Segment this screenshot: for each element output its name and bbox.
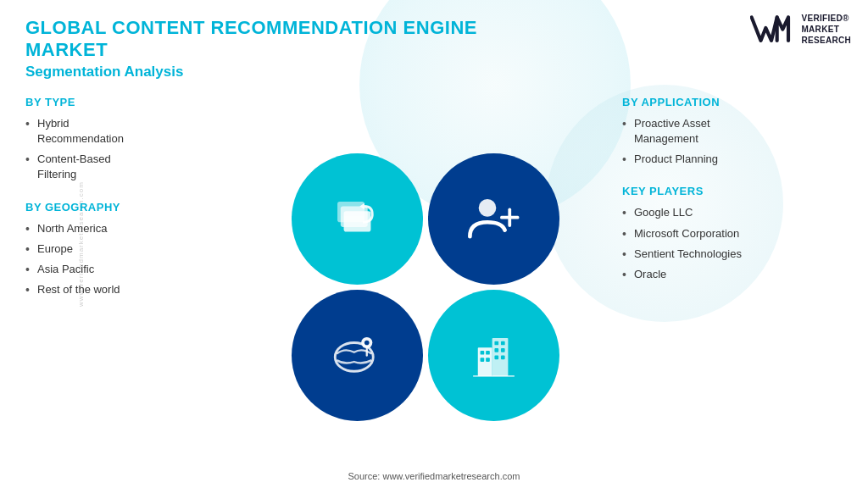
page: www.verifiedmarketresearch.com VERIFIED®… xyxy=(0,0,868,488)
by-application-section: BY APPLICATION Proactive AssetManagement… xyxy=(622,96,843,170)
left-column: BY TYPE HybridRecommendation Content-Bas… xyxy=(17,87,237,488)
title-line1: GLOBAL CONTENT RECOMMENDATION ENGINE xyxy=(25,17,477,38)
title-line2: MARKET xyxy=(25,39,108,60)
quadrant-grid xyxy=(292,153,559,421)
svg-rect-17 xyxy=(501,341,505,346)
svg-rect-13 xyxy=(486,351,490,355)
list-item: Microsoft Corporation xyxy=(622,224,843,244)
list-item: Asia Pacific xyxy=(25,259,229,280)
logo-line3: RESEARCH xyxy=(801,35,851,46)
by-geography-list: North America Europe Asia Pacific Rest o… xyxy=(25,219,229,301)
by-application-label: BY APPLICATION xyxy=(622,96,843,108)
sub-title: Segmentation Analysis xyxy=(25,64,843,80)
svg-rect-18 xyxy=(494,348,498,352)
by-type-list: HybridRecommendation Content-BasedFilter… xyxy=(25,114,229,186)
key-players-section: KEY PLAYERS Google LLC Microsoft Corpora… xyxy=(622,185,843,285)
list-item: Content-BasedFiltering xyxy=(25,149,229,185)
svg-rect-14 xyxy=(481,358,485,363)
quadrant-top-right xyxy=(428,153,559,285)
svg-point-9 xyxy=(364,341,370,346)
svg-rect-12 xyxy=(481,351,485,355)
header: GLOBAL CONTENT RECOMMENDATION ENGINE MAR… xyxy=(0,0,868,87)
svg-rect-10 xyxy=(478,348,492,377)
logo-area: VERIFIED® MARKET RESEARCH xyxy=(750,13,851,46)
by-geography-label: BY GEOGRAPHY xyxy=(25,201,229,214)
key-players-list: Google LLC Microsoft Corporation Sentien… xyxy=(622,202,843,285)
center-column xyxy=(237,87,614,488)
vmr-logo-svg xyxy=(750,14,793,46)
list-item: Google LLC xyxy=(622,202,843,223)
logo-text: VERIFIED® MARKET RESEARCH xyxy=(801,13,851,46)
logo-line2: MARKET xyxy=(801,24,851,35)
quadrant-bottom-left xyxy=(292,290,423,421)
by-application-list: Proactive AssetManagement Product Planni… xyxy=(622,114,843,170)
logo-icon xyxy=(750,14,793,46)
source-line: Source: www.verifiedmarketresearch.com xyxy=(348,471,520,481)
by-type-label: BY TYPE xyxy=(25,96,229,108)
by-geography-section: BY GEOGRAPHY North America Europe Asia P… xyxy=(25,201,229,301)
layers-icon xyxy=(326,187,389,251)
key-players-label: KEY PLAYERS xyxy=(622,185,843,197)
user-add-icon xyxy=(462,187,526,251)
list-item: Sentient Technologies xyxy=(622,244,843,264)
svg-rect-19 xyxy=(501,348,505,352)
list-item: HybridRecommendation xyxy=(25,114,229,149)
svg-rect-21 xyxy=(501,356,505,360)
list-item: Europe xyxy=(25,239,229,259)
svg-rect-16 xyxy=(494,341,498,346)
list-item: Product Planning xyxy=(622,149,843,169)
right-column: BY APPLICATION Proactive AssetManagement… xyxy=(614,87,851,488)
svg-rect-2 xyxy=(337,202,364,222)
content-area: BY TYPE HybridRecommendation Content-Bas… xyxy=(0,87,868,488)
quadrant-bottom-right xyxy=(428,290,559,421)
list-item: Oracle xyxy=(622,264,843,285)
list-item: Rest of the world xyxy=(25,280,229,300)
svg-rect-20 xyxy=(494,356,498,360)
main-title: GLOBAL CONTENT RECOMMENDATION ENGINE MAR… xyxy=(25,17,843,62)
list-item: Proactive AssetManagement xyxy=(622,114,843,149)
svg-point-4 xyxy=(479,199,497,217)
list-item: North America xyxy=(25,219,229,239)
by-type-section: BY TYPE HybridRecommendation Content-Bas… xyxy=(25,96,229,186)
map-location-icon xyxy=(326,324,389,387)
logo-line1: VERIFIED® xyxy=(801,13,851,24)
building-icon xyxy=(462,324,526,387)
quadrant-top-left xyxy=(292,153,423,285)
svg-rect-15 xyxy=(486,358,490,363)
